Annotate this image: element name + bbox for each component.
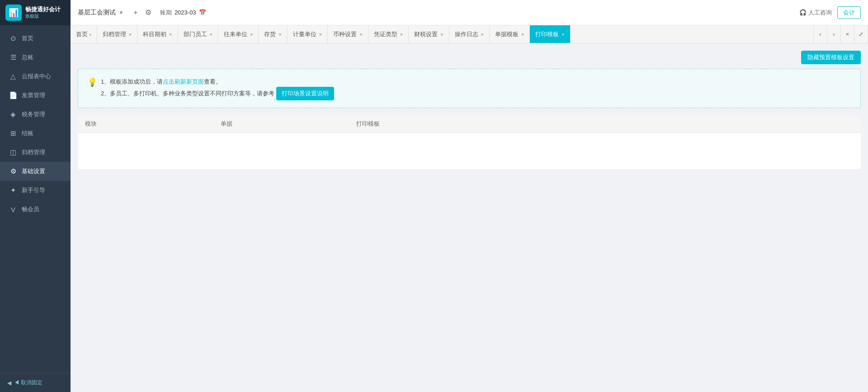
table-body: [78, 133, 861, 169]
table-header: 模块 单据 打印模板: [78, 115, 861, 133]
info-line-2: 2、多员工、多打印机、多种业务类型设置不同打印方案等，请参考打印场景设置说明: [101, 87, 334, 100]
sidebar-item-member[interactable]: V 畅会员: [0, 200, 71, 219]
tab-oplog[interactable]: 操作日志 ×: [449, 25, 490, 43]
tab-prev-button[interactable]: ‹: [814, 25, 827, 43]
info-text-block: 1、模板添加成功后，请点击刷新新页面查看。 2、多员工、多打印机、多种业务类型设…: [101, 76, 334, 100]
tab-printtemplate-close-icon[interactable]: ×: [561, 32, 564, 37]
col-template: 打印模板: [349, 120, 861, 128]
settings-icon: ⚙: [9, 167, 17, 175]
tabbar-nav: ‹ › × ⤢: [813, 25, 868, 43]
add-tab-button[interactable]: +: [129, 6, 142, 19]
tax-icon: ◈: [9, 110, 17, 118]
tab-close-all-button[interactable]: ×: [841, 25, 854, 43]
tab-subjects-close-icon[interactable]: ×: [169, 32, 172, 37]
tab-inventory[interactable]: 存货 ×: [259, 25, 287, 43]
tab-staff[interactable]: 部门员工 ×: [178, 25, 218, 43]
tab-voucher[interactable]: 凭证类型 ×: [368, 25, 409, 43]
sidebar-label-home: 首页: [22, 34, 33, 43]
col-doc: 单据: [213, 120, 349, 128]
sidebar-item-ledger[interactable]: ☰ 总账: [0, 48, 71, 67]
sidebar-item-invoice[interactable]: 📄 发票管理: [0, 86, 71, 105]
period-label: 账期: [160, 9, 172, 17]
sidebar-item-tax[interactable]: ◈ 税务管理: [0, 105, 71, 124]
tab-printtemplate[interactable]: 打印模板 ×: [530, 25, 570, 43]
sidebar-item-guide[interactable]: ✦ 新手引导: [0, 181, 71, 200]
sidebar-item-reports[interactable]: △ 云报表中心: [0, 67, 71, 86]
info-line2-pre: 2、多员工、多打印机、多种业务类型设置不同打印方案等，请参考: [101, 90, 274, 97]
unpin-arrow-icon: ◀: [7, 380, 11, 386]
help-button[interactable]: 🎧 人工咨询: [799, 9, 832, 17]
info-content: 💡 1、模板添加成功后，请点击刷新新页面查看。 2、多员工、多打印机、多种业务类…: [87, 76, 851, 100]
logo-icon: 📊: [5, 5, 22, 21]
sidebar-label-archive: 归档管理: [22, 148, 45, 156]
tab-home[interactable]: 首页 ‹: [71, 25, 97, 43]
tab-currency[interactable]: 币种设置 ×: [328, 25, 368, 43]
tab-staff-label: 部门员工: [184, 30, 207, 38]
tab-taxset[interactable]: 财税设置 ×: [409, 25, 449, 43]
sidebar-item-close[interactable]: ⊞ 结账: [0, 124, 71, 143]
reports-icon: △: [9, 72, 17, 80]
tab-singledoc[interactable]: 单据模板 ×: [490, 25, 530, 43]
tabbar: 首页 ‹ 归档管理 × 科目期初 × 部门员工 × 往来单位 × 存货 × 计量…: [71, 25, 868, 43]
tab-singledoc-label: 单据模板: [495, 30, 519, 38]
tab-archive[interactable]: 归档管理 ×: [97, 25, 137, 43]
logo-icon-symbol: 📊: [9, 8, 19, 18]
archive-icon: ◫: [9, 148, 17, 156]
tab-singledoc-close-icon[interactable]: ×: [521, 32, 524, 37]
print-scene-explain-button[interactable]: 打印场景设置说明: [276, 87, 334, 100]
bulb-icon: 💡: [87, 77, 97, 87]
unpin-label: ◀ 取消固定: [14, 379, 42, 387]
topbar: 基层工会测试 ▼ + ⚙ 账期 2023-03 📅 🎧 人工咨询 会计: [71, 0, 868, 25]
info-link-refresh[interactable]: 点击刷新新页面: [163, 78, 204, 85]
logo-text-block: 畅捷通好会计 旗舰版: [25, 6, 61, 20]
help-label: 人工咨询: [808, 9, 832, 17]
col-module: 模块: [78, 120, 213, 128]
sidebar-item-settings[interactable]: ⚙ 基础设置: [0, 162, 71, 181]
info-line1-post: 查看。: [204, 78, 222, 85]
tab-vendor[interactable]: 往来单位 ×: [218, 25, 259, 43]
sidebar-unpin-button[interactable]: ◀ ◀ 取消固定: [0, 373, 71, 392]
tab-taxset-close-icon[interactable]: ×: [440, 32, 443, 37]
company-dropdown-icon: ▼: [118, 9, 124, 16]
tab-measure-close-icon[interactable]: ×: [319, 32, 322, 37]
app-name: 畅捷通好会计: [25, 6, 61, 14]
sidebar-label-invoice: 发票管理: [22, 91, 45, 99]
tab-taxset-label: 财税设置: [414, 30, 438, 38]
tab-voucher-close-icon[interactable]: ×: [400, 32, 403, 37]
tab-inventory-label: 存货: [264, 30, 276, 38]
tab-oplog-label: 操作日志: [455, 30, 478, 38]
tab-vendor-close-icon[interactable]: ×: [250, 32, 253, 37]
tab-vendor-label: 往来单位: [224, 30, 247, 38]
sidebar-label-member: 畅会员: [22, 205, 39, 213]
headset-icon: 🎧: [799, 9, 807, 16]
sidebar-item-archive[interactable]: ◫ 归档管理: [0, 143, 71, 162]
tab-printtemplate-label: 打印模板: [535, 30, 559, 38]
sidebar-nav: ⊙ 首页 ☰ 总账 △ 云报表中心 📄 发票管理 ◈ 税务管理 ⊞ 结账 ◫ 归…: [0, 25, 71, 373]
sidebar-label-close: 结账: [22, 129, 33, 137]
toolbar-row: 隐藏预置模板设置: [78, 51, 861, 64]
topbar-period: 账期 2023-03 📅: [160, 9, 206, 17]
period-value: 2023-03: [175, 9, 196, 16]
home-icon: ⊙: [9, 34, 17, 43]
tab-inventory-close-icon[interactable]: ×: [278, 32, 281, 37]
company-name[interactable]: 基层工会测试 ▼: [78, 9, 124, 17]
hide-template-button[interactable]: 隐藏预置模板设置: [801, 51, 861, 64]
tab-oplog-close-icon[interactable]: ×: [481, 32, 484, 37]
tab-currency-close-icon[interactable]: ×: [359, 32, 362, 37]
calendar-icon[interactable]: 📅: [199, 9, 206, 16]
content-area: 隐藏预置模板设置 💡 1、模板添加成功后，请点击刷新新页面查看。 2、多员工、多…: [71, 43, 868, 392]
sidebar-logo: 📊 畅捷通好会计 旗舰版: [0, 0, 71, 25]
tab-archive-close-icon[interactable]: ×: [129, 32, 132, 37]
sidebar-item-home[interactable]: ⊙ 首页: [0, 29, 71, 48]
tab-measure[interactable]: 计量单位 ×: [288, 25, 328, 43]
info-line1-pre: 1、模板添加成功后，请: [101, 78, 163, 85]
account-button[interactable]: 会计: [837, 6, 861, 19]
tab-voucher-label: 凭证类型: [374, 30, 397, 38]
tab-expand-button[interactable]: ⤢: [854, 25, 868, 43]
guide-icon: ✦: [9, 186, 17, 194]
close-account-icon: ⊞: [9, 129, 17, 137]
tab-staff-close-icon[interactable]: ×: [210, 32, 212, 37]
tab-next-button[interactable]: ›: [827, 25, 841, 43]
tab-subjects[interactable]: 科目期初 ×: [137, 25, 178, 43]
settings-gear-button[interactable]: ⚙: [142, 6, 155, 19]
